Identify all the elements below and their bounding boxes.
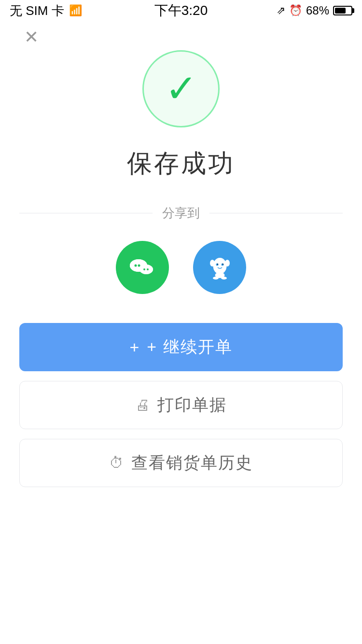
alarm-icon: ⏰ xyxy=(289,4,302,17)
svg-point-6 xyxy=(135,265,137,267)
close-button[interactable]: ✕ xyxy=(19,25,43,49)
wifi-icon: 📶 xyxy=(69,4,82,17)
share-label: 分享到 xyxy=(153,205,209,222)
success-title: 保存成功 xyxy=(127,147,235,181)
history-button-label: 查看销货单历史 xyxy=(131,452,253,474)
print-button[interactable]: 🖨 打印单据 xyxy=(19,381,343,429)
svg-point-10 xyxy=(147,268,149,270)
status-right-icons: ⇗ ⏰ 68% xyxy=(277,4,352,17)
print-button-label: 打印单据 xyxy=(157,394,227,416)
wechat-share-button[interactable] xyxy=(116,241,169,294)
continue-button[interactable]: + + 继续开单 xyxy=(19,323,343,371)
svg-point-19 xyxy=(213,277,219,280)
action-buttons: + + 继续开单 🖨 打印单据 ⏱ 查看销货单历史 xyxy=(0,323,362,487)
svg-point-17 xyxy=(225,260,230,266)
status-bar: 无 SIM 卡 📶 下午3:20 ⇗ ⏰ 68% xyxy=(0,0,362,21)
location-icon: ⇗ xyxy=(277,4,285,17)
svg-point-15 xyxy=(222,264,223,265)
battery-fill xyxy=(335,8,346,14)
svg-point-20 xyxy=(221,277,227,280)
divider-right xyxy=(209,213,343,213)
checkmark-icon: ✓ xyxy=(165,70,197,108)
svg-point-16 xyxy=(210,260,215,266)
clock-icon: ⏱ xyxy=(109,455,124,471)
svg-point-9 xyxy=(143,268,145,270)
printer-icon: 🖨 xyxy=(135,397,150,413)
success-circle: ✓ xyxy=(142,50,220,127)
svg-point-8 xyxy=(139,265,153,274)
history-button[interactable]: ⏱ 查看销货单历史 xyxy=(19,439,343,487)
close-icon: ✕ xyxy=(24,28,39,46)
carrier-text: 无 SIM 卡 xyxy=(10,2,64,19)
svg-point-12 xyxy=(216,263,218,266)
share-divider: 分享到 xyxy=(0,205,362,222)
plus-icon: + xyxy=(129,338,139,357)
continue-button-label: + 继续开单 xyxy=(147,336,232,358)
main-content: ✓ 保存成功 分享到 xyxy=(0,21,362,487)
share-icons xyxy=(116,241,246,294)
svg-point-13 xyxy=(221,263,223,266)
svg-point-7 xyxy=(138,265,140,267)
svg-point-11 xyxy=(213,258,226,274)
status-carrier: 无 SIM 卡 📶 xyxy=(10,2,82,19)
divider-left xyxy=(19,213,153,213)
svg-point-14 xyxy=(217,264,218,265)
battery-percent: 68% xyxy=(306,4,329,17)
status-time: 下午3:20 xyxy=(154,1,208,20)
qq-share-button[interactable] xyxy=(193,241,246,294)
wechat-icon xyxy=(128,253,157,282)
qq-icon xyxy=(207,254,233,281)
battery-icon xyxy=(333,6,352,15)
